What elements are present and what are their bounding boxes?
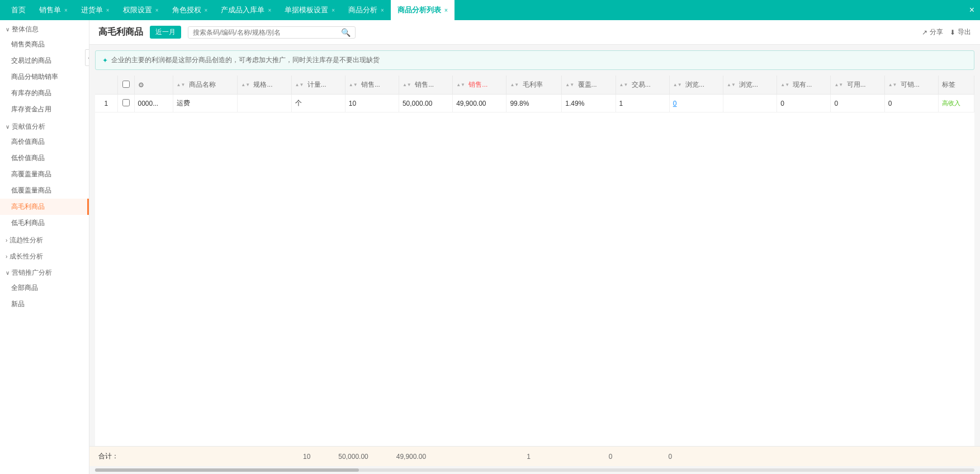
sort-icon[interactable]: ▲▼ — [456, 82, 465, 87]
sidebar-item-sales-goods[interactable]: 销售类商品 — [0, 36, 89, 53]
close-icon[interactable]: × — [381, 7, 384, 13]
sidebar-item-high-margin[interactable]: 高毛利商品 — [0, 199, 89, 215]
total-available-stock: 0 — [669, 453, 673, 461]
col-header-saleable-stock: ▲▼ 可销... — [884, 76, 938, 95]
column-settings-icon[interactable]: ⚙ — [138, 81, 144, 89]
time-filter-button[interactable]: 近一月 — [150, 26, 181, 39]
sort-icon[interactable]: ▲▼ — [888, 82, 897, 87]
sort-icon[interactable]: ▲▼ — [510, 82, 519, 87]
sidebar-item-stocked-goods[interactable]: 有库存的商品 — [0, 85, 89, 101]
row-checkbox[interactable] — [122, 99, 130, 106]
total-sales-amount: 50,000.00 — [338, 453, 368, 461]
nav-role-auth[interactable]: 角色授权 × — [165, 0, 215, 20]
alert-bar: ✦ 企业的主要的利润都是这部分商品创造的，可考虑加大推广，同时关注库存是不要出现… — [95, 50, 974, 70]
col-header-margin-rate: ▲▼ 毛利率 — [506, 76, 562, 95]
chevron-right-icon: › — [6, 237, 7, 243]
col-header-index — [95, 76, 117, 95]
nav-permission-settings[interactable]: 权限设置 × — [116, 0, 165, 20]
sidebar-group-trend[interactable]: › 流趋性分析 — [0, 231, 89, 247]
col-header-sales-qty: ▲▼ 销售... — [345, 76, 399, 95]
table-row: 1 0000... 运费 个 10 50,000.00 49,900.00 99… — [95, 95, 974, 112]
sidebar-item-low-value[interactable]: 低价值商品 — [0, 150, 89, 166]
col-header-unit: ▲▼ 计量... — [291, 76, 345, 95]
col-header-checkbox — [117, 76, 134, 95]
sidebar-item-traded-goods[interactable]: 交易过的商品 — [0, 53, 89, 69]
sort-icon[interactable]: ▲▼ — [673, 82, 682, 87]
export-icon: ⬇ — [950, 29, 955, 36]
main-layout: « ∨ 整体信息 销售类商品 交易过的商品 商品分销助销率 有库存的商品 库存资… — [0, 20, 980, 474]
share-button[interactable]: ↗ 分享 — [922, 27, 943, 37]
totals-label: 合计： — [98, 452, 119, 461]
page-title: 高毛利商品 — [98, 26, 143, 38]
sort-icon[interactable]: ▲▼ — [241, 82, 250, 87]
col-header-spec: ▲▼ 规格... — [238, 76, 291, 95]
data-table: ⚙ ▲▼ 商品名称 ▲▼ 规格... ▲▼ 计量... — [95, 76, 974, 112]
scroll-thumb[interactable] — [95, 468, 359, 472]
col-header-settings: ⚙ — [134, 76, 173, 95]
nav-home[interactable]: 首页 — [4, 0, 32, 20]
horizontal-scrollbar[interactable] — [89, 466, 980, 474]
sidebar-item-distribution-rate[interactable]: 商品分销助销率 — [0, 69, 89, 85]
total-sales-qty: 10 — [303, 453, 310, 461]
sort-icon[interactable]: ▲▼ — [780, 82, 789, 87]
nav-product-analysis-list[interactable]: 商品分析列表 × — [391, 0, 455, 20]
sidebar-group-growth[interactable]: › 成长性分析 — [0, 247, 89, 264]
col-header-name: ▲▼ 商品名称 — [173, 76, 238, 95]
sidebar-group-marketing[interactable]: ∨ 营销推广分析 — [0, 264, 89, 280]
sidebar-item-low-coverage[interactable]: 低覆盖量商品 — [0, 182, 89, 199]
search-icon[interactable]: 🔍 — [341, 28, 351, 37]
cell-saleable-stock: 0 — [884, 95, 938, 112]
cell-checkbox[interactable] — [117, 95, 134, 112]
close-icon[interactable]: × — [444, 7, 448, 13]
sort-icon[interactable]: ▲▼ — [619, 82, 628, 87]
content-header: 高毛利商品 近一月 🔍 ↗ 分享 ⬇ 导出 — [89, 20, 980, 45]
info-icon: ✦ — [102, 57, 108, 64]
col-header-coverage: ▲▼ 覆盖... — [562, 76, 616, 95]
sidebar-item-all-goods[interactable]: 全部商品 — [0, 280, 89, 296]
col-header-sales-profit: ▲▼ 销售... — [453, 76, 506, 95]
sort-icon[interactable]: ▲▼ — [177, 82, 186, 87]
cell-browse2 — [723, 95, 777, 112]
close-icon[interactable]: × — [64, 7, 68, 13]
sidebar-item-low-margin[interactable]: 低毛利商品 — [0, 215, 89, 231]
nav-template-settings[interactable]: 单据模板设置 × — [278, 0, 342, 20]
cell-spec — [238, 95, 291, 112]
cell-browse1[interactable]: 0 — [669, 95, 723, 112]
sidebar-group-overall[interactable]: ∨ 整体信息 — [0, 20, 89, 36]
total-transaction: 1 — [527, 453, 531, 461]
close-icon[interactable]: × — [332, 7, 335, 13]
export-button[interactable]: ⬇ 导出 — [950, 27, 971, 37]
sort-icon[interactable]: ▲▼ — [295, 82, 304, 87]
sort-icon[interactable]: ▲▼ — [565, 82, 574, 87]
nav-product-analysis[interactable]: 商品分析 × — [342, 0, 391, 20]
close-icon[interactable]: × — [268, 7, 271, 13]
nav-purchase-order[interactable]: 进货单 × — [74, 0, 116, 20]
col-header-current-stock: ▲▼ 现有... — [777, 76, 831, 95]
totals-bar: 合计： 10 50,000.00 49,900.00 1 0 0 — [89, 446, 980, 466]
sidebar-item-high-coverage[interactable]: 高覆盖量商品 — [0, 166, 89, 182]
nav-product-warehouse[interactable]: 产成品入库单 × — [214, 0, 278, 20]
search-box: 🔍 — [188, 26, 356, 39]
cell-unit: 个 — [291, 95, 345, 112]
close-all-tabs-icon[interactable]: × — [969, 5, 974, 15]
search-input[interactable] — [193, 29, 341, 36]
share-icon: ↗ — [922, 29, 927, 36]
sort-icon[interactable]: ▲▼ — [834, 82, 843, 87]
cell-sales-qty: 10 — [345, 95, 399, 112]
sidebar-toggle-button[interactable]: « — [85, 49, 89, 66]
nav-sales-order[interactable]: 销售单 × — [32, 0, 74, 20]
select-all-checkbox[interactable] — [122, 81, 130, 88]
sidebar-group-contribution[interactable]: ∨ 贡献值分析 — [0, 118, 89, 134]
sort-icon[interactable]: ▲▼ — [349, 82, 358, 87]
sidebar-item-new-goods[interactable]: 新品 — [0, 296, 89, 312]
cell-name: 运费 — [173, 95, 238, 112]
sidebar-item-inventory-capital[interactable]: 库存资金占用 — [0, 101, 89, 118]
scroll-track — [95, 468, 974, 472]
close-icon[interactable]: × — [106, 7, 110, 13]
sidebar: « ∨ 整体信息 销售类商品 交易过的商品 商品分销助销率 有库存的商品 库存资… — [0, 20, 89, 474]
close-icon[interactable]: × — [155, 7, 159, 13]
close-icon[interactable]: × — [205, 7, 208, 13]
sidebar-item-high-value[interactable]: 高价值商品 — [0, 134, 89, 150]
sort-icon[interactable]: ▲▼ — [403, 82, 411, 87]
sort-icon[interactable]: ▲▼ — [727, 82, 736, 87]
